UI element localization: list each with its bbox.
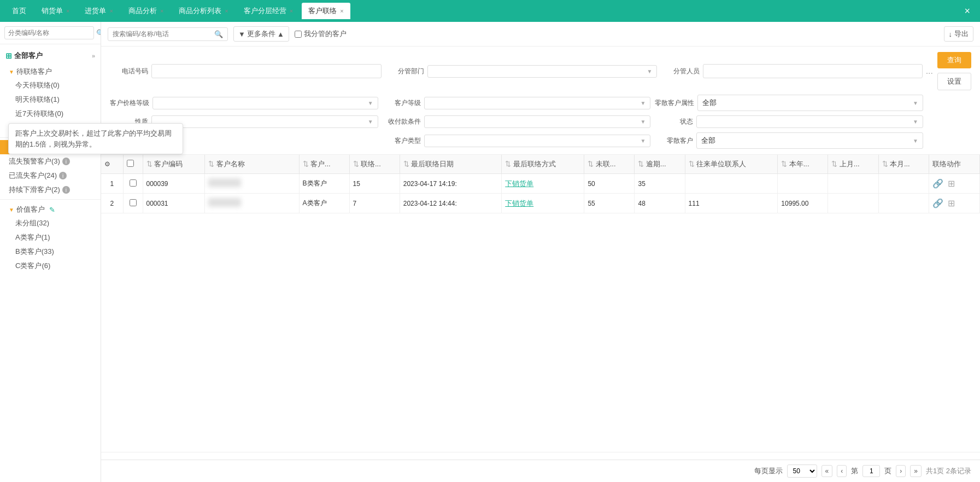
sidebar-all-customers[interactable]: ⊞ 全部客户 » (0, 48, 101, 64)
col-checkbox-header[interactable] (123, 155, 143, 174)
price-level-chev: ▼ (368, 100, 373, 106)
col-sort-notcontacted[interactable]: ⇅ (588, 160, 594, 168)
customer-level-select[interactable]: ▼ (424, 97, 651, 109)
row1-method-link[interactable]: 下销货单 (505, 179, 533, 188)
tab-customer-contact[interactable]: 客户联络 × (302, 3, 350, 19)
row2-seq: 2 (101, 194, 123, 213)
tab-home[interactable]: 首页 (5, 3, 33, 19)
tab-purchase-close[interactable]: × (109, 8, 113, 14)
col-this-year-header: ⇅ 本年... (778, 155, 828, 174)
row2-method-link[interactable]: 下销货单 (505, 199, 533, 207)
tab-analysis-list-close[interactable]: × (225, 8, 228, 14)
c-class-label: C类客户(6) (15, 262, 50, 270)
sidebar-item-declining[interactable]: 持续下滑客户(2) i (0, 183, 101, 197)
person-input[interactable] (703, 64, 922, 78)
col-sort-lastmonth[interactable]: ⇅ (831, 160, 837, 168)
col-sort-lastmethod[interactable]: ⇅ (505, 160, 511, 168)
sidebar-item-c-class[interactable]: C类客户(6) (0, 259, 101, 273)
tomorrow-label: 明天待联络(1) (15, 95, 60, 103)
sidebar-item-a-class[interactable]: A类客户(1) (0, 230, 101, 245)
first-page-button[interactable]: « (821, 465, 833, 477)
retail-attr-select[interactable]: 全部 ▼ (697, 95, 923, 111)
tab-sales-label: 销货单 (42, 6, 63, 16)
dept-select[interactable]: ▼ (427, 65, 658, 78)
sidebar-item-unclassified[interactable]: 未分组(32) (0, 216, 101, 230)
page-number-input[interactable] (862, 465, 880, 477)
today-label: 今天待联络(0) (15, 81, 60, 89)
main-search-icon[interactable]: 🔍 (214, 30, 223, 38)
col-sort-name[interactable]: ⇅ (208, 160, 214, 168)
tab-sales[interactable]: 销货单 × (35, 3, 76, 19)
row1-link-icon[interactable]: 🔗 (932, 178, 943, 189)
status-select[interactable]: ▼ (696, 115, 923, 128)
more-conditions-button[interactable]: ▼ 更多条件 ▲ (233, 26, 289, 42)
sidebar-item-churned[interactable]: 已流失客户(24) i (0, 169, 101, 183)
value-edit-icon[interactable]: ✎ (49, 206, 55, 214)
payment-select[interactable]: ▼ (424, 115, 651, 128)
prev-page-button[interactable]: ‹ (837, 465, 847, 477)
gender-select[interactable]: ▼ (151, 115, 378, 128)
last-page-button[interactable]: » (910, 465, 922, 477)
tab-customer-mgmt-close[interactable]: × (290, 8, 293, 14)
row1-actions: 🔗 ⊞ (929, 174, 979, 194)
phone-input[interactable] (151, 64, 382, 78)
row1-code: 000039 (143, 174, 205, 194)
col-sort-overdue[interactable]: ⇅ (638, 160, 644, 168)
col-settings[interactable]: ⚙ (101, 155, 123, 174)
row2-checkbox[interactable] (123, 194, 143, 213)
row1-checkbox[interactable] (123, 174, 143, 194)
tab-analysis[interactable]: 商品分析 × (122, 3, 170, 19)
next-page-button[interactable]: › (896, 465, 906, 477)
per-page-select[interactable]: 50 100 200 (787, 464, 817, 478)
sidebar-search-icon[interactable]: 🔍 (96, 29, 101, 37)
filter-icon: ▼ (238, 30, 245, 38)
sidebar-item-churn-warning[interactable]: 流失预警客户(3) i (0, 154, 101, 169)
sidebar-search-input[interactable] (4, 26, 94, 39)
export-button[interactable]: ↓ 导出 (944, 26, 974, 42)
row2-grid-icon[interactable]: ⊞ (948, 198, 955, 208)
tab-sales-close[interactable]: × (66, 8, 69, 14)
person-dots-btn[interactable]: ... (926, 66, 933, 76)
sidebar-pending-section[interactable]: ▼ 待联络客户 (0, 64, 101, 78)
select-all-checkbox[interactable] (127, 160, 134, 167)
payment-chev: ▼ (640, 119, 645, 125)
col-sort-contact[interactable]: ⇅ (353, 160, 359, 168)
window-close-button[interactable]: × (960, 5, 975, 17)
row2-check[interactable] (130, 199, 137, 206)
col-sort-thismonth[interactable]: ⇅ (882, 160, 888, 168)
row1-check[interactable] (130, 179, 137, 187)
sidebar-value-section[interactable]: ▼ 价值客户 ✎ (0, 202, 101, 216)
row1-name (205, 174, 299, 194)
customer-type-select[interactable]: ▼ (424, 135, 651, 147)
sidebar-item-tomorrow[interactable]: 明天待联络(1) (0, 92, 101, 107)
main-search-input[interactable] (113, 30, 212, 38)
page-unit-label: 页 (884, 466, 891, 476)
query-button[interactable]: 查询 (937, 52, 971, 68)
sidebar-item-7days[interactable]: 近7天待联络(0) (0, 107, 101, 121)
retail-customer-select[interactable]: 全部 ▼ (696, 132, 923, 149)
tab-analysis-close[interactable]: × (160, 8, 163, 14)
my-customers-checkbox-area[interactable]: 我分管的客户 (295, 29, 347, 39)
horizontal-scrollbar[interactable] (101, 452, 980, 460)
col-sort-code[interactable]: ⇅ (146, 160, 152, 168)
sidebar-item-b-class[interactable]: B类客户(33) (0, 245, 101, 259)
tab-customer-mgmt[interactable]: 客户分层经营 × (237, 3, 300, 19)
my-customers-checkbox[interactable] (295, 31, 302, 38)
row1-last-method[interactable]: 下销货单 (502, 174, 584, 194)
tab-purchase[interactable]: 进货单 × (78, 3, 119, 19)
col-sort-thisyear[interactable]: ⇅ (781, 160, 787, 168)
row2-last-method[interactable]: 下销货单 (502, 194, 584, 213)
row2-link-icon[interactable]: 🔗 (932, 198, 943, 208)
pagination-bar: 每页显示 50 100 200 « ‹ 第 页 › » 共1页 2条记录 (101, 460, 980, 482)
col-sort-category[interactable]: ⇅ (303, 160, 309, 168)
sidebar-item-today[interactable]: 今天待联络(0) (0, 78, 101, 92)
col-sort-companycontact[interactable]: ⇅ (689, 160, 695, 168)
sidebar-collapse-icon[interactable]: » (92, 53, 95, 59)
price-level-select[interactable]: ▼ (152, 97, 378, 109)
tab-customer-contact-close[interactable]: × (340, 8, 343, 14)
settings-button[interactable]: 设置 (937, 73, 971, 90)
right-content: 🔍 ▼ 更多条件 ▲ 我分管的客户 ↓ 导出 电话号码 (101, 22, 980, 482)
row1-grid-icon[interactable]: ⊞ (948, 178, 955, 189)
tab-analysis-list[interactable]: 商品分析列表 × (172, 3, 234, 19)
col-sort-lastdate[interactable]: ⇅ (403, 160, 409, 168)
